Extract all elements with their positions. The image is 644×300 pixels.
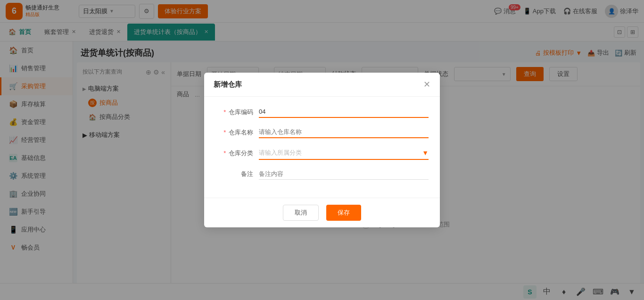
modal-overlay: 新增仓库 ✕ * 仓库编码 * 仓库名称 [0, 0, 644, 300]
remark-label: 备注 [215, 170, 253, 178]
dialog-header: 新增仓库 ✕ [204, 73, 440, 97]
name-required-mark: * [223, 129, 226, 136]
dialog-body: * 仓库编码 * 仓库名称 * 仓库分类 请输入所属 [204, 97, 440, 198]
cancel-button[interactable]: 取消 [283, 205, 319, 221]
name-label: * 仓库名称 [215, 128, 253, 137]
form-row-code: * 仓库编码 [215, 106, 429, 118]
category-required-mark: * [223, 150, 226, 157]
dialog-title: 新增仓库 [214, 80, 242, 89]
code-label: * 仓库编码 [215, 108, 253, 117]
category-label: * 仓库分类 [215, 149, 253, 158]
save-button[interactable]: 保存 [326, 205, 361, 221]
form-row-category: * 仓库分类 请输入所属分类 ▼ [215, 147, 429, 160]
code-required-mark: * [223, 108, 226, 116]
form-row-name: * 仓库名称 [215, 126, 429, 138]
remark-input[interactable] [259, 168, 429, 180]
name-input[interactable] [259, 126, 429, 138]
add-warehouse-dialog: 新增仓库 ✕ * 仓库编码 * 仓库名称 [204, 73, 440, 227]
form-row-remark: 备注 [215, 168, 429, 180]
category-placeholder: 请输入所属分类 [259, 149, 302, 157]
code-input[interactable] [259, 106, 429, 118]
dialog-close-icon[interactable]: ✕ [423, 79, 430, 90]
category-dropdown-icon: ▼ [422, 149, 429, 157]
dialog-footer: 取消 保存 [204, 198, 440, 227]
category-select[interactable]: 请输入所属分类 ▼ [259, 147, 429, 160]
